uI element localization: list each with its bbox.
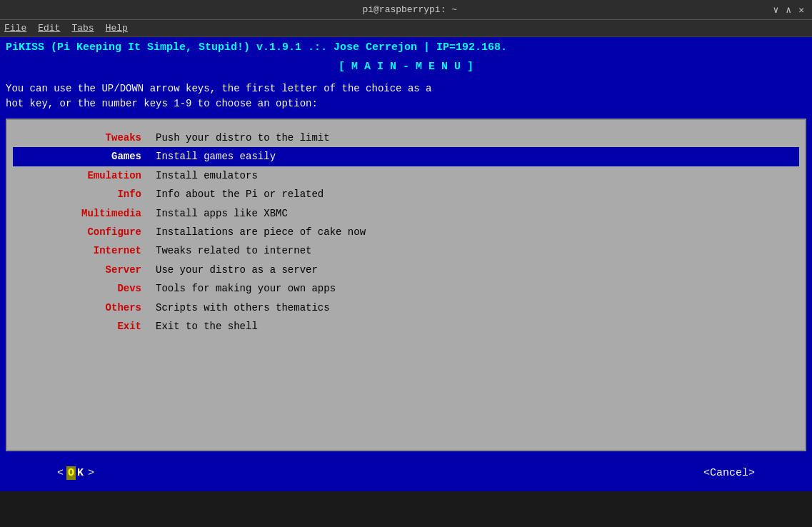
menu-row-desc: Install apps like XBMC bbox=[156, 206, 799, 221]
menu-row[interactable]: OthersScripts with others thematics bbox=[13, 298, 799, 317]
ok-button-group[interactable]: < OK > bbox=[57, 467, 94, 479]
menu-row-desc: Tools for making your own apps bbox=[156, 281, 799, 296]
menu-help[interactable]: Help bbox=[106, 23, 128, 34]
menu-box-wrapper: TweaksPush your distro to the limitGames… bbox=[0, 116, 812, 454]
terminal-window: pi@raspberrypi: ~ ∨ ∧ ✕ File Edit Tabs H… bbox=[0, 0, 812, 527]
menu-row[interactable]: InternetTweaks related to internet bbox=[13, 241, 799, 260]
menu-row-key: Exit bbox=[13, 318, 156, 334]
pikiss-header: PiKISS (Pi Keeping It Simple, Stupid!) v… bbox=[0, 37, 812, 58]
menu-row[interactable]: ServerUse your distro as a server bbox=[13, 261, 799, 279]
title-bar: pi@raspberrypi: ~ ∨ ∧ ✕ bbox=[0, 0, 812, 20]
menu-row-key: Multimedia bbox=[13, 206, 156, 221]
menu-row[interactable]: EmulationInstall emulators bbox=[13, 166, 799, 185]
cancel-button[interactable]: <Cancel> bbox=[703, 467, 755, 479]
minimize-btn[interactable]: ∨ bbox=[771, 4, 781, 16]
title-bar-text: pi@raspberrypi: ~ bbox=[49, 4, 771, 15]
menu-file[interactable]: File bbox=[4, 23, 26, 34]
menu-row-key: Emulation bbox=[13, 168, 156, 184]
menu-row-desc: Install emulators bbox=[156, 168, 799, 184]
menu-row[interactable]: GamesInstall games easily bbox=[13, 147, 799, 166]
menu-row-key: Tweaks bbox=[13, 130, 156, 146]
menu-row-key: Server bbox=[13, 262, 156, 278]
menu-row[interactable]: DevsTools for making your own apps bbox=[13, 279, 799, 298]
menu-row-key: Devs bbox=[13, 281, 156, 296]
menu-row[interactable]: ExitExit to the shell bbox=[13, 317, 799, 336]
main-menu-label: [ M A I N - M E N U ] bbox=[0, 58, 812, 76]
menu-bar: File Edit Tabs Help bbox=[0, 20, 812, 37]
menu-row-desc: Use your distro as a server bbox=[156, 262, 799, 278]
menu-row-key: Internet bbox=[13, 243, 156, 259]
menu-row[interactable]: ConfigureInstallations are piece of cake… bbox=[13, 223, 799, 241]
ok-left-angle: < bbox=[57, 467, 64, 479]
menu-tabs[interactable]: Tabs bbox=[71, 23, 94, 34]
terminal-content: PiKISS (Pi Keeping It Simple, Stupid!) v… bbox=[0, 37, 812, 491]
ok-letter-o: O bbox=[66, 466, 76, 480]
menu-row-desc: Installations are piece of cake now bbox=[156, 224, 799, 240]
menu-row[interactable]: InfoInfo about the Pi or related bbox=[13, 185, 799, 204]
menu-row[interactable]: TweaksPush your distro to the limit bbox=[13, 129, 799, 147]
instruction-line2: hot key, or the number keys 1-9 to choos… bbox=[6, 98, 318, 109]
menu-box: TweaksPush your distro to the limitGames… bbox=[6, 119, 806, 451]
instruction-text: You can use the UP/DOWN arrow keys, the … bbox=[0, 76, 812, 116]
maximize-btn[interactable]: ∧ bbox=[783, 4, 793, 16]
bottom-bar bbox=[0, 491, 812, 527]
menu-row-desc: Exit to the shell bbox=[156, 318, 799, 334]
menu-row-desc: Push your distro to the limit bbox=[156, 130, 799, 146]
menu-row[interactable]: MultimediaInstall apps like XBMC bbox=[13, 204, 799, 223]
menu-row-key: Games bbox=[13, 149, 156, 164]
title-bar-controls: ∨ ∧ ✕ bbox=[771, 4, 806, 16]
menu-row-desc: Install games easily bbox=[156, 149, 799, 164]
instruction-line1: You can use the UP/DOWN arrow keys, the … bbox=[6, 83, 432, 94]
menu-row-desc: Scripts with others thematics bbox=[156, 300, 799, 316]
menu-row-desc: Info about the Pi or related bbox=[156, 186, 799, 202]
menu-row-key: Info bbox=[13, 186, 156, 202]
menu-edit[interactable]: Edit bbox=[38, 23, 60, 34]
menu-row-key: Others bbox=[13, 300, 156, 316]
menu-row-key: Configure bbox=[13, 224, 156, 240]
outer-blue: PiKISS (Pi Keeping It Simple, Stupid!) v… bbox=[0, 37, 812, 491]
close-btn[interactable]: ✕ bbox=[796, 4, 806, 16]
ok-right-angle: > bbox=[88, 467, 94, 479]
menu-row-desc: Tweaks related to internet bbox=[156, 243, 799, 259]
button-bar: < OK > <Cancel> bbox=[0, 454, 812, 491]
ok-letter-k: K bbox=[76, 466, 85, 480]
